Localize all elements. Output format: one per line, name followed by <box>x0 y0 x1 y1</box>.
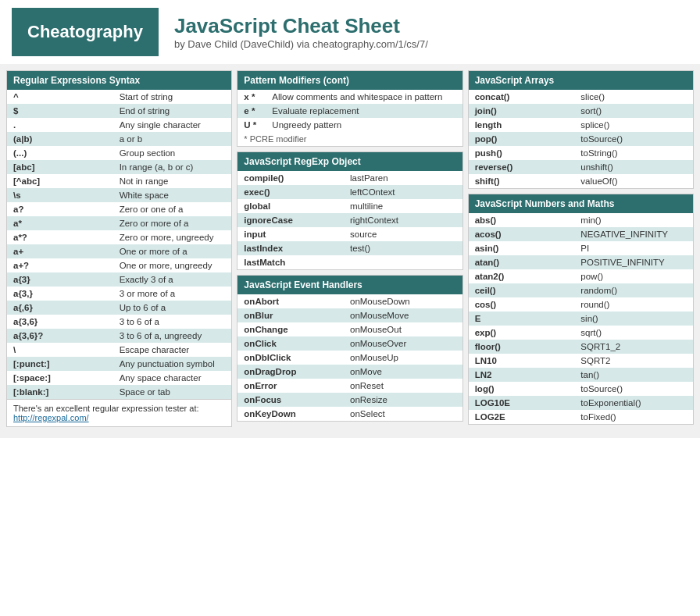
row-left: onDblClick <box>244 353 350 362</box>
table-row: onAbortonMouseDown <box>238 294 462 308</box>
table-row: onBluronMouseMove <box>238 308 462 322</box>
table-row: globalmultiline <box>238 199 462 213</box>
row-val: Zero or one of a <box>120 205 226 214</box>
row-val: Space or tab <box>120 387 226 397</box>
event-handlers-section: JavaScript Event Handlers onAbortonMouse… <box>237 275 462 422</box>
row-val: Escape character <box>120 345 226 354</box>
table-row: abs()min() <box>469 213 693 227</box>
row-val: Any space character <box>120 373 226 383</box>
arrays-section: JavaScript Arrays concat()slice()join()s… <box>468 70 694 189</box>
row-key: [^abc] <box>13 176 120 186</box>
header: Cheatography JavaScript Cheat Sheet by D… <box>0 0 700 64</box>
table-row: ignoreCaserightContext <box>238 213 462 227</box>
regexp-object-section: JavaScript RegExp Object compile()lastPa… <box>237 151 462 270</box>
row-left: ceil() <box>475 286 581 295</box>
row-key: a? <box>13 205 120 214</box>
table-row: a{3}Exactly 3 of a <box>7 272 231 287</box>
row-left: push() <box>475 148 581 158</box>
row-left: exp() <box>475 328 581 337</box>
row-right: test() <box>350 244 456 253</box>
row-left: onClick <box>244 339 350 348</box>
table-row: onDragDroponMove <box>238 365 462 379</box>
event-handlers-header: JavaScript Event Handlers <box>238 276 462 294</box>
row-val: Any single character <box>120 120 226 130</box>
row-val: Evaluate replacement <box>272 106 359 116</box>
column-1: Regular Expressions Syntax ^Start of str… <box>6 70 232 432</box>
row-right: onSelect <box>350 409 456 418</box>
table-row: cos()round() <box>469 297 693 312</box>
row-right: NEGATIVE_INFINITY <box>580 230 687 239</box>
table-row: LOG10EtoExponential() <box>469 396 693 410</box>
row-right: sqrt() <box>580 328 687 337</box>
table-row: (a|b)a or b <box>7 132 231 146</box>
column-2: Pattern Modifiers (cont) x *Allow commen… <box>237 70 462 432</box>
table-row: e *Evaluate replacement <box>238 104 462 118</box>
row-left: ignoreCase <box>244 215 350 225</box>
regex-link[interactable]: http://regexpal.com/ <box>13 413 89 422</box>
row-val: Not in range <box>120 176 226 186</box>
row-key: (...) <box>13 148 120 158</box>
row-left: cos() <box>475 300 581 309</box>
row-left: atan() <box>475 258 581 267</box>
row-right: leftCOntext <box>350 187 456 197</box>
row-val: Exactly 3 of a <box>120 275 226 284</box>
row-left: onChange <box>244 325 350 334</box>
table-row: \sWhite space <box>7 188 231 202</box>
row-right: toString() <box>580 148 687 158</box>
table-row: reverse()unshift() <box>469 160 693 174</box>
row-key: ^ <box>13 92 120 101</box>
row-key: . <box>13 120 120 130</box>
row-left: LOG2E <box>475 412 581 422</box>
table-row: onErroronReset <box>238 379 462 393</box>
row-left: log() <box>475 384 581 393</box>
row-key: a* <box>13 219 120 228</box>
row-val: End of string <box>120 106 226 116</box>
table-row: a{3,6}?3 to 6 of a, ungreedy <box>7 329 231 343</box>
row-key: $ <box>13 106 120 116</box>
page: Cheatography JavaScript Cheat Sheet by D… <box>0 0 700 438</box>
table-row: lastIndextest() <box>238 241 462 255</box>
row-left: onKeyDown <box>244 409 350 418</box>
row-left: onError <box>244 381 350 390</box>
title-area: JavaScript Cheat Sheet by Dave Child (Da… <box>174 14 428 50</box>
pattern-modifiers-header: Pattern Modifiers (cont) <box>238 71 462 90</box>
column-3: JavaScript Arrays concat()slice()join()s… <box>468 70 694 432</box>
row-right: min() <box>580 215 687 225</box>
row-left: reverse() <box>475 162 581 172</box>
row-right: multiline <box>350 201 456 211</box>
row-left: compile() <box>244 173 350 183</box>
row-left: shift() <box>475 176 581 186</box>
table-row: a{3,}3 or more of a <box>7 287 231 301</box>
row-left: concat() <box>475 92 581 101</box>
table-row: LOG2EtoFixed() <box>469 410 693 424</box>
row-val: White space <box>120 190 226 200</box>
row-right: onMouseUp <box>350 353 456 362</box>
table-row: [:space:]Any space character <box>7 371 231 385</box>
row-val: One or more, ungreedy <box>120 261 226 270</box>
row-key: a{3,6}? <box>13 331 120 340</box>
row-left: length <box>475 120 581 130</box>
table-row: atan()POSITIVE_INFINITY <box>469 255 693 269</box>
table-row: shift()valueOf() <box>469 174 693 188</box>
table-row: lengthsplice() <box>469 118 693 132</box>
row-key: a*? <box>13 233 120 242</box>
table-row: a?Zero or one of a <box>7 202 231 216</box>
row-left: onDragDrop <box>244 367 350 376</box>
row-right: lastParen <box>350 173 456 183</box>
row-key: [:punct:] <box>13 359 120 369</box>
table-row: [abc]In range (a, b or c) <box>7 160 231 174</box>
table-row: a*Zero or more of a <box>7 216 231 230</box>
row-right: toSource() <box>580 384 687 393</box>
row-left: input <box>244 230 350 239</box>
table-row: a+One or more of a <box>7 244 231 258</box>
row-val: 3 to 6 of a <box>120 317 226 326</box>
row-key: \ <box>13 345 120 354</box>
table-row: compile()lastParen <box>238 171 462 185</box>
row-right: onMouseOver <box>350 339 456 348</box>
row-val: Start of string <box>120 92 226 101</box>
row-right: sort() <box>580 106 687 116</box>
table-row: x *Allow comments and whitespace in patt… <box>238 90 462 104</box>
row-key: a{3,6} <box>13 317 120 326</box>
arrays-header: JavaScript Arrays <box>469 71 693 90</box>
row-left: lastMatch <box>244 258 350 267</box>
